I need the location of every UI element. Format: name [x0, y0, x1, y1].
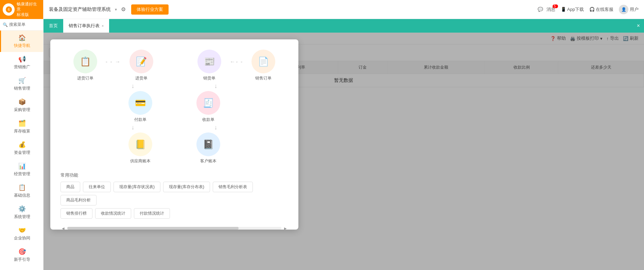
logo-area: 6 畅康通好生意 标准版 — [0, 0, 43, 19]
purchase-slip-icon: 📝 — [129, 50, 153, 73]
system-title: 装备及固定资产辅助管理系统 — [49, 6, 111, 13]
inventory-icon: 🗂️ — [18, 120, 26, 127]
receipt-icon: 🧾 — [196, 91, 220, 115]
top-bar-right: 💬 5 消息 📱 App下载 🎧 在线客服 👤 用户 — [538, 5, 639, 14]
btn-sales-ranking[interactable]: 销售排行榜 — [60, 208, 92, 219]
sidebar-item-basic-info[interactable]: 📋 基础信息 — [0, 180, 43, 202]
sales-icon: 🛒 — [18, 77, 26, 84]
system-dropdown-arrow[interactable]: ▾ — [115, 7, 117, 12]
btn-sales-margin-analysis[interactable]: 销售毛利分析表 — [213, 182, 253, 192]
flow-node-sales-order[interactable]: 📄 销售订单 — [243, 50, 284, 81]
settings-gear-icon[interactable]: ⚙ — [121, 6, 126, 13]
scrollbar-thumb — [67, 227, 239, 230]
main-area: 装备及固定资产辅助管理系统 ▾ ⚙ 体验行业方案 💬 5 消息 📱 App下载 … — [43, 0, 644, 270]
app-download-button[interactable]: 📱 App下载 — [561, 6, 584, 13]
common-functions-section: 常用功能 商品 往来单位 现存量(库存状况表) 现存量(库存分布表) 销售毛利分… — [60, 172, 288, 222]
scrollbar-left-arrow[interactable]: ◀ — [60, 226, 66, 230]
svg-text:6: 6 — [7, 7, 10, 12]
flow-node-sales-slip[interactable]: 📰 销货单 — [189, 50, 230, 81]
sidebar: 6 畅康通好生意 标准版 🔍 搜索菜单 🏠 快捷导航 📢 营销推广 🛒 销售管理 — [0, 0, 43, 270]
purchase-icon: 📦 — [18, 98, 26, 106]
flow-diagram: 📋 进货订单 - - → 📝 进货单 — [60, 50, 288, 164]
payment-icon: 💳 — [128, 91, 152, 115]
sidebar-item-operations[interactable]: 📊 经营管理 — [0, 159, 43, 180]
customer-account-icon: 📓 — [196, 132, 220, 156]
message-icon: 💬 — [538, 7, 543, 12]
logo-text: 畅康通好生意 标准版 — [17, 2, 40, 18]
arrow-payment-down: ↓ — [112, 124, 153, 131]
common-functions-title: 常用功能 — [60, 172, 288, 178]
user-area[interactable]: 👤 用户 — [619, 5, 639, 14]
purchase-order-icon: 📋 — [73, 50, 97, 73]
tab-home[interactable]: 首页 — [43, 19, 63, 33]
modal-box: 📋 进货订单 - - → 📝 进货单 — [50, 39, 298, 230]
flow-node-supplier-account[interactable]: 📒 供应商账本 — [120, 132, 161, 164]
online-service-button[interactable]: 🎧 在线客服 — [589, 6, 613, 13]
tab-close-icon[interactable]: × — [102, 24, 104, 28]
btn-products[interactable]: 商品 — [60, 182, 80, 192]
phone-icon: 📱 — [561, 7, 566, 12]
sidebar-menu: 🏠 快捷导航 📢 营销推广 🛒 销售管理 📦 采购管理 🗂️ 库存核算 💰 — [0, 31, 43, 270]
operations-icon: 📊 — [18, 162, 26, 170]
sidebar-item-marketing[interactable]: 📢 营销推广 — [0, 52, 43, 73]
sidebar-item-purchase[interactable]: 📦 采购管理 — [0, 95, 43, 116]
flow-node-purchase-slip[interactable]: 📝 进货单 — [121, 50, 162, 81]
flow-node-customer-account[interactable]: 📓 客户账本 — [188, 132, 229, 164]
btn-receipt-stats[interactable]: 收款情况统计 — [95, 208, 131, 219]
search-icon: 🔍 — [3, 22, 8, 27]
sidebar-item-system[interactable]: ⚙️ 系统管理 — [0, 202, 43, 223]
btn-inventory-status[interactable]: 现存量(库存状况表) — [114, 182, 160, 192]
newbie-icon: 🎯 — [18, 248, 26, 255]
tab-sales-execution[interactable]: 销售订单执行表 × — [63, 19, 109, 33]
logo-icon: 6 — [3, 3, 15, 16]
try-button[interactable]: 体验行业方案 — [131, 4, 169, 15]
modal-scrollbar: ◀ ▶ — [60, 226, 288, 230]
tab-bar: 首页 销售订单执行表 × × — [43, 19, 644, 33]
finance-icon: 💰 — [18, 141, 26, 148]
basic-info-icon: 📋 — [18, 184, 26, 191]
arrow-salesslip-down: ↓ — [195, 83, 236, 90]
message-button[interactable]: 💬 5 消息 — [538, 6, 555, 13]
flow-node-purchase-order[interactable]: 📋 进货订单 — [65, 50, 106, 81]
btn-product-margin[interactable]: 商品毛利分析 — [60, 195, 97, 205]
sidebar-item-finance[interactable]: 💰 资金管理 — [0, 138, 43, 159]
sales-order-icon: 📄 — [251, 50, 275, 73]
enterprise-icon: 🤝 — [18, 227, 26, 234]
arrow-purchaseslip-down: ↓ — [112, 83, 153, 90]
common-buttons-row2: 销售排行榜 收款情况统计 付款情况统计 — [60, 208, 288, 219]
btn-payment-stats[interactable]: 付款情况统计 — [134, 208, 170, 219]
service-icon: 🎧 — [589, 7, 595, 12]
flow-node-payment[interactable]: 💳 付款单 — [120, 91, 161, 123]
sidebar-item-quick-nav[interactable]: 🏠 快捷导航 — [0, 31, 43, 52]
scrollbar-track[interactable] — [67, 227, 281, 230]
content-area: ❓ 帮助 🖨️ 按模板打印 ▾ ↑ 导出 🔄 刷新 — [43, 33, 644, 270]
quick-nav-icon: 🏠 — [18, 34, 26, 41]
system-icon: ⚙️ — [18, 205, 26, 213]
modal-overlay: 📋 进货订单 - - → 📝 进货单 — [43, 33, 644, 270]
tab-bar-close-icon[interactable]: × — [637, 23, 640, 29]
arrow-receipt-down: ↓ — [195, 124, 236, 131]
marketing-icon: 📢 — [18, 55, 26, 63]
btn-partners[interactable]: 往来单位 — [83, 182, 111, 192]
flow-node-receipt[interactable]: 🧾 收款单 — [188, 91, 229, 123]
sales-slip-icon: 📰 — [197, 50, 221, 73]
btn-inventory-dist[interactable]: 现存量(库存分布表) — [163, 182, 210, 192]
arrow-salesorder-to-salesslip: ←- - — [230, 59, 243, 72]
supplier-account-icon: 📒 — [128, 132, 152, 156]
sidebar-item-newbie[interactable]: 🎯 新手引导 — [0, 245, 43, 266]
scrollbar-right-arrow[interactable]: ▶ — [283, 226, 288, 230]
top-bar: 装备及固定资产辅助管理系统 ▾ ⚙ 体验行业方案 💬 5 消息 📱 App下载 … — [43, 0, 644, 19]
sidebar-item-inventory[interactable]: 🗂️ 库存核算 — [0, 116, 43, 138]
user-avatar: 👤 — [619, 5, 628, 14]
common-buttons-row1: 商品 往来单位 现存量(库存状况表) 现存量(库存分布表) 销售毛利分析表 商品… — [60, 182, 288, 205]
sidebar-search[interactable]: 🔍 搜索菜单 — [0, 19, 43, 31]
sidebar-item-sales[interactable]: 🛒 销售管理 — [0, 73, 43, 95]
arrow-purchase-to-purchaseslip: - - → — [106, 59, 121, 72]
sidebar-item-enterprise[interactable]: 🤝 企业协同 — [0, 223, 43, 245]
